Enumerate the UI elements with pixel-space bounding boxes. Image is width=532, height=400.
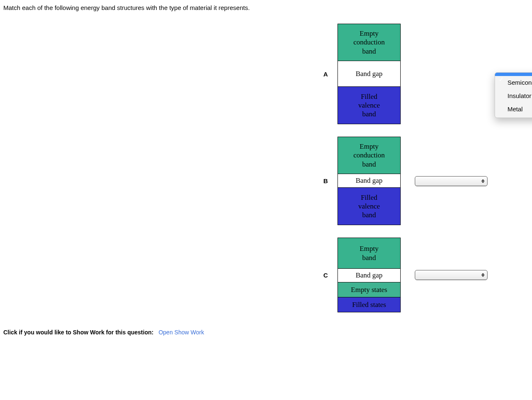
diagram-row: AEmptyconductionbandBand gapFilledvalenc…: [323, 24, 529, 124]
band-segment: Filled states: [337, 297, 401, 312]
band-segment: Emptyconductionband: [337, 137, 401, 174]
dropdown-option-label: Semiconductor: [507, 79, 532, 86]
band-diagram: EmptybandBand gapEmpty statesFilled stat…: [337, 238, 401, 312]
band-segment: Band gap: [337, 174, 401, 188]
stepper-arrows-icon: [481, 273, 485, 277]
diagram-row: BEmptyconductionbandBand gapFilledvalenc…: [323, 137, 529, 225]
band-segment: Empty states: [337, 282, 401, 297]
footer-prompt: Click if you would like to Show Work for…: [3, 329, 153, 336]
band-segment: Filledvalenceband: [337, 188, 401, 225]
dropdown-option-label: Insulator: [507, 92, 532, 99]
row-label: B: [323, 177, 331, 184]
stepper-arrows-icon: [481, 179, 485, 183]
dropdown-option[interactable]: Insulator: [495, 89, 532, 103]
diagram-row: CEmptybandBand gapEmpty statesFilled sta…: [323, 238, 529, 312]
dropdown-option[interactable]: ✓: [495, 73, 532, 76]
footer-prompt-row: Click if you would like to Show Work for…: [3, 329, 529, 336]
question-text: Match each of the following energy band …: [3, 4, 529, 11]
dropdown-option[interactable]: Metal: [495, 103, 532, 116]
band-segment: Band gap: [337, 61, 401, 87]
material-dropdown[interactable]: [415, 270, 488, 280]
row-label: C: [323, 272, 331, 279]
material-dropdown-open[interactable]: ✓SemiconductorInsulatorMetal: [495, 72, 532, 118]
diagram-list: AEmptyconductionbandBand gapFilledvalenc…: [323, 24, 529, 312]
dropdown-option-label: Metal: [507, 106, 523, 113]
dropdown-option[interactable]: Semiconductor: [495, 76, 532, 89]
band-diagram: EmptyconductionbandBand gapFilledvalence…: [337, 137, 401, 225]
band-segment: Band gap: [337, 269, 401, 282]
show-work-link[interactable]: Open Show Work: [158, 329, 204, 336]
band-segment: Emptyband: [337, 238, 401, 269]
band-diagram: EmptyconductionbandBand gapFilledvalence…: [337, 24, 401, 124]
row-label: A: [323, 71, 331, 78]
band-segment: Filledvalenceband: [337, 87, 401, 124]
band-segment: Emptyconductionband: [337, 24, 401, 61]
material-dropdown[interactable]: [415, 176, 488, 186]
